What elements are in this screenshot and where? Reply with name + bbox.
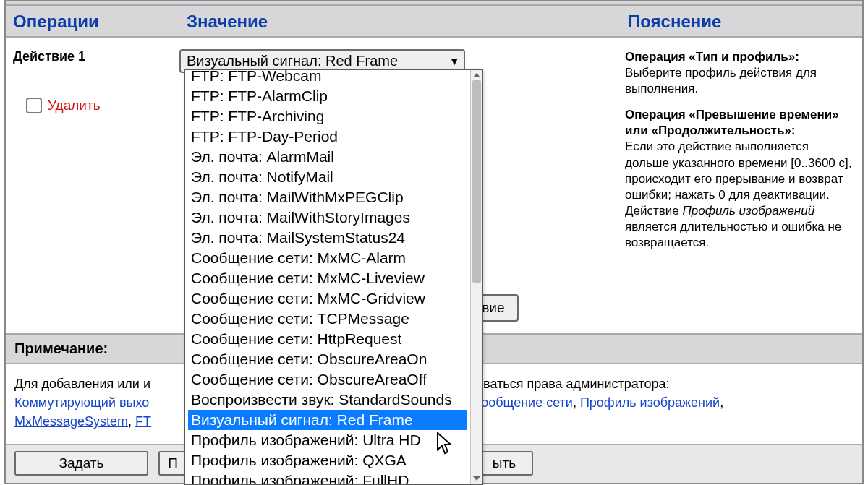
action-type-dropdown[interactable]: FTP: FTP-WebcamFTP: FTP-AlarmClipFTP: FT… bbox=[184, 69, 483, 485]
dropdown-option[interactable]: FTP: FTP-AlarmClip bbox=[188, 86, 467, 106]
dropdown-option[interactable]: FTP: FTP-Day-Period bbox=[188, 126, 467, 147]
dropdown-option[interactable]: Эл. почта: NotifyMail bbox=[188, 167, 467, 187]
dropdown-option[interactable]: Профиль изображений: Ultra HD bbox=[188, 430, 467, 450]
link-network-message[interactable]: Сообщение сети bbox=[472, 395, 573, 410]
help-text: Операция «Тип и профиль»: Выберите профи… bbox=[621, 45, 862, 326]
dropdown-list: FTP: FTP-WebcamFTP: FTP-AlarmClipFTP: FT… bbox=[185, 69, 470, 485]
dropdown-option[interactable]: Сообщение сети: MxMC-Liveview bbox=[188, 268, 467, 288]
link-switching-output[interactable]: Коммутирующий выхо bbox=[14, 395, 149, 410]
help-block2-text-b-em: Профиль изображений bbox=[682, 204, 814, 218]
note-lead: Для добавления или и bbox=[14, 377, 150, 391]
dropdown-option[interactable]: Воспроизвести звук: StandardSounds bbox=[188, 390, 467, 410]
delete-label[interactable]: Удалить bbox=[48, 98, 101, 113]
dropdown-scroll-thumb[interactable] bbox=[472, 80, 481, 283]
help-block1-text: Выберите профиль действия для выполнения… bbox=[625, 65, 854, 97]
link-image-profile[interactable]: Профиль изображений bbox=[580, 395, 720, 410]
dropdown-option[interactable]: Сообщение сети: ObscureAreaOn bbox=[188, 349, 467, 369]
dropdown-option[interactable]: Визуальный сигнал: Red Frame bbox=[188, 410, 467, 430]
note-tail: ебоваться права администратора: bbox=[461, 377, 670, 391]
delete-checkbox[interactable] bbox=[26, 98, 42, 113]
dropdown-option[interactable]: Профиль изображений: FullHD bbox=[188, 471, 467, 485]
link-mxmessagesystem[interactable]: MxMessageSystem bbox=[14, 414, 128, 429]
dropdown-option[interactable]: Эл. почта: MailSystemStatus24 bbox=[188, 228, 467, 248]
dropdown-option[interactable]: Сообщение сети: HttpRequest bbox=[188, 329, 467, 349]
chevron-down-icon: ▼ bbox=[449, 56, 459, 67]
dropdown-option[interactable]: Сообщение сети: ObscureAreaOff bbox=[188, 369, 467, 390]
dropdown-option[interactable]: Эл. почта: AlarmMail bbox=[188, 147, 467, 167]
dropdown-option[interactable]: FTP: FTP-Archiving bbox=[188, 106, 467, 126]
dropdown-option[interactable]: Сообщение сети: TCPMessage bbox=[188, 309, 467, 329]
header-explanation: Пояснение bbox=[621, 6, 862, 36]
column-header-row: Операции Значение Пояснение bbox=[6, 4, 862, 38]
dropdown-option[interactable]: Эл. почта: MailWithStoryImages bbox=[188, 207, 467, 228]
help-block2-text-b-post: является длительностью и ошибка не возвр… bbox=[625, 220, 841, 249]
button-3-partial[interactable]: ыть bbox=[475, 451, 533, 476]
set-button[interactable]: Задать bbox=[14, 451, 148, 476]
link-ftp-partial[interactable]: FT bbox=[135, 414, 151, 429]
dropdown-option[interactable]: Эл. почта: MailWithMxPEGClip bbox=[188, 187, 467, 207]
header-operations: Операции bbox=[6, 6, 179, 36]
action-1-label: Действие 1 bbox=[6, 45, 179, 69]
button-2-partial[interactable]: П bbox=[158, 451, 187, 476]
dropdown-scrollbar[interactable] bbox=[470, 70, 482, 484]
action-type-selected-value: Визуальный сигнал: Red Frame bbox=[187, 53, 398, 69]
help-block1-title: Операция «Тип и профиль»: bbox=[625, 50, 799, 64]
header-value: Значение bbox=[179, 6, 621, 36]
dropdown-option[interactable]: Сообщение сети: MxMC-Gridview bbox=[188, 288, 467, 309]
dropdown-option[interactable]: FTP: FTP-Webcam bbox=[188, 69, 467, 86]
dropdown-option[interactable]: Сообщение сети: MxMC-Alarm bbox=[188, 248, 467, 268]
help-block2-text-b-pre: Действие bbox=[625, 204, 682, 218]
help-block2-title: Операция «Превышение времени» или «Продо… bbox=[625, 108, 839, 137]
dropdown-option[interactable]: Профиль изображений: QXGA bbox=[188, 450, 467, 471]
help-block2-text-a: Если это действие выполняется дольше ука… bbox=[625, 139, 854, 202]
